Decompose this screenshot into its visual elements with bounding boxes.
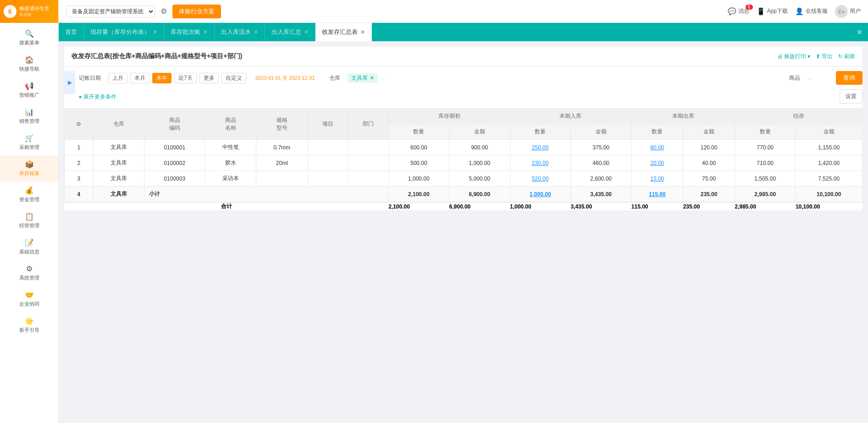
tab-label-in-out-flow: 出入库流水: [221, 28, 251, 36]
col-project-header: 项目: [308, 109, 348, 140]
tab-batch-ledger[interactable]: 库存批次账✕: [164, 23, 215, 41]
sidebar-item-search[interactable]: 🔍搜索菜单: [0, 25, 58, 51]
cell-goods-name: 胶水: [205, 155, 256, 171]
tab-close-recv-send-summary[interactable]: ✕: [360, 29, 365, 35]
cell-out-qty[interactable]: 80.00: [631, 140, 683, 155]
message-icon: 💬: [728, 7, 736, 16]
refresh-icon: ↻: [838, 53, 843, 60]
col-outbound-header: 本期出库: [631, 109, 735, 124]
cell-no: 1: [65, 140, 94, 155]
online-service-btn[interactable]: 👤 在线客服: [795, 7, 828, 16]
cell-open-qty: 1,000.00: [388, 171, 449, 187]
sidebar-item-operations[interactable]: 📋经营管理: [0, 208, 58, 234]
col-close-qty-header: 数量: [735, 124, 796, 140]
page-actions: 🖨 换版打印 ▾ ⬆ 导出 ↻ 刷新: [777, 53, 855, 60]
tab-home[interactable]: 首页: [59, 23, 84, 41]
cell-no: 3: [65, 171, 94, 187]
sidebar-item-sales[interactable]: 📊销售管理: [0, 103, 58, 129]
sidebar-item-cooperation[interactable]: 🤝企业协同: [0, 286, 58, 312]
tab-close-batch-ledger[interactable]: ✕: [203, 29, 208, 35]
sidebar-logo: 6 畅捷通好生意 标准版: [0, 0, 58, 23]
settings-button[interactable]: 设置: [840, 89, 862, 104]
sidebar-item-guide[interactable]: 🌟新手引导: [0, 312, 58, 338]
cell-project: [308, 140, 348, 155]
guide-icon: 🌟: [25, 317, 34, 325]
cell-out-qty[interactable]: 20.00: [631, 155, 683, 171]
table-row: 1 文具库 0100001 中性笔 0.7mm 600.00 900.00 25…: [65, 140, 862, 155]
settings-icon[interactable]: ⚙: [160, 7, 167, 16]
cell-in-qty[interactable]: 250.00: [510, 140, 570, 155]
tab-close-inventory-dist[interactable]: ✕: [153, 29, 157, 35]
date-options: 上月本月本年近7天更多自定义: [108, 73, 246, 83]
cell-warehouse: 文具库: [93, 140, 144, 155]
col-closing-header: 结存: [735, 109, 862, 124]
cell-project: [308, 155, 348, 171]
col-dept-header: 部门: [348, 109, 388, 140]
warehouse-more-btn[interactable]: ...: [381, 75, 386, 81]
cell-out-amt: 120.00: [683, 140, 735, 155]
warehouse-tag[interactable]: 文具库 ✕: [348, 73, 378, 83]
sales-icon: 📊: [25, 108, 34, 116]
goods-more-btn[interactable]: ...: [807, 75, 812, 81]
user-label: 用户: [850, 7, 861, 15]
cell-goods-spec: 20ml: [256, 155, 308, 171]
cell-open-qty: 500.00: [388, 155, 449, 171]
export-button[interactable]: ⬆ 导出: [816, 53, 833, 60]
cell-open-amt: 5,000.00: [449, 171, 510, 187]
date-btn-更多[interactable]: 更多: [199, 73, 219, 83]
filter-toggle-btn[interactable]: ▶: [64, 71, 75, 94]
date-btn-上月[interactable]: 上月: [108, 73, 127, 83]
inventory-icon: 📦: [25, 160, 34, 169]
system-selector[interactable]: 装备及固定资产辅助管理系统: [66, 5, 155, 17]
sidebar-item-finance[interactable]: 💰资金管理: [0, 181, 58, 208]
sidebar-item-inventory[interactable]: 📦库存核算: [0, 155, 58, 181]
col-out-qty-header: 数量: [631, 124, 683, 140]
tabbar-close-all-btn[interactable]: ✕: [851, 28, 868, 37]
logo-icon: 6: [4, 5, 17, 18]
page-header: 收发存汇总表(按仓库+商品编码+商品+规格型号+项目+部门) 🖨 换版打印 ▾ …: [64, 47, 862, 66]
date-btn-本月[interactable]: 本月: [130, 73, 149, 83]
warehouse-tag-close[interactable]: ✕: [370, 75, 374, 81]
date-btn-近7天[interactable]: 近7天: [174, 73, 197, 83]
tab-close-in-out-flow[interactable]: ✕: [254, 29, 258, 35]
table-row: 3 文具库 0100003 采访本 1,000.00 5,000.00 520.…: [65, 171, 862, 187]
cell-in-amt: 2,600.00: [570, 171, 631, 187]
cell-close-qty: 710.00: [735, 155, 796, 171]
user-menu[interactable]: Ea 用户: [835, 5, 861, 18]
cell-out-amt: 40.00: [683, 155, 735, 171]
messages-btn[interactable]: 💬 消息 6: [728, 7, 749, 16]
cell-warehouse: 文具库: [93, 155, 144, 171]
avatar: Ea: [835, 5, 848, 18]
trial-button[interactable]: 体验行业方案: [172, 5, 221, 18]
date-range: 2023-01-01 至 2023-12-31: [255, 75, 315, 82]
sidebar-item-purchase[interactable]: 🛒采购管理: [0, 129, 58, 155]
export-icon: ⬆: [816, 53, 820, 60]
page-title: 收发存汇总表(按仓库+商品编码+商品+规格型号+项目+部门): [72, 52, 242, 60]
date-btn-本年[interactable]: 本年: [152, 73, 171, 83]
tab-in-out-flow[interactable]: 出入库流水✕: [215, 23, 265, 41]
cell-out-qty[interactable]: 15.00: [631, 171, 683, 187]
sidebar-item-quick-nav[interactable]: 🏠快捷导航: [0, 51, 58, 77]
print-button[interactable]: 🖨 换版打印 ▾: [777, 53, 810, 60]
data-table: ⚙ 仓库 商品编码 商品名称 规格型号 项目 部门 库存期初 本期入库 本期出库…: [64, 108, 862, 210]
cell-in-qty[interactable]: 230.00: [510, 155, 570, 171]
date-btn-自定义[interactable]: 自定义: [221, 73, 246, 83]
query-button[interactable]: 查询: [836, 71, 862, 85]
expand-conditions-btn[interactable]: ▾ 展开更多条件: [79, 93, 116, 101]
sidebar-item-marketing[interactable]: 📢营销推广: [0, 77, 58, 103]
refresh-button[interactable]: ↻ 刷新: [838, 53, 855, 60]
app-download-btn[interactable]: 📱 App下载: [757, 7, 788, 16]
tab-recv-send-summary[interactable]: 收发存汇总表✕: [315, 23, 372, 41]
cell-in-qty[interactable]: 520.00: [510, 171, 570, 187]
date-label: 记账日期: [79, 74, 101, 82]
cell-close-qty: 770.00: [735, 140, 796, 155]
tab-in-out-summary[interactable]: 出入库汇总✕: [265, 23, 315, 41]
tab-inventory-dist[interactable]: 现存量（库存分布表）✕: [84, 23, 164, 41]
total-row: 合计 2,100.00 6,900.00 1,000.00 3,435.00 1…: [65, 202, 862, 210]
sidebar-item-system[interactable]: ⚙系统管理: [0, 260, 58, 286]
app-download-label: App下载: [767, 7, 788, 15]
sidebar-item-basics[interactable]: 📝基础信息: [0, 234, 58, 260]
col-settings-header[interactable]: ⚙: [65, 109, 94, 140]
tab-close-in-out-summary[interactable]: ✕: [304, 29, 309, 35]
cell-dept: [348, 171, 388, 187]
